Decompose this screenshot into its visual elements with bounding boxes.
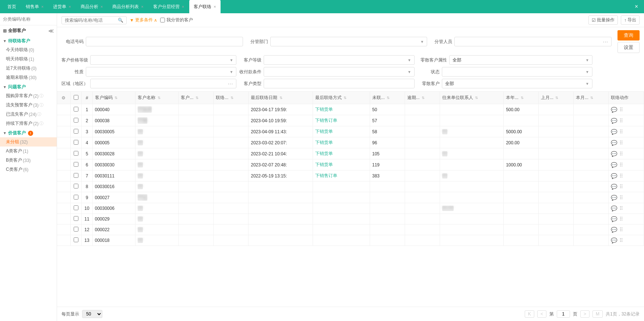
settings-col-header[interactable]: ⚙ xyxy=(57,92,70,104)
sidebar-item-churn-warning[interactable]: 流失预警客户(3)ⓘ xyxy=(0,100,57,110)
row-last-contact-method[interactable]: 下销货单 xyxy=(313,148,370,159)
more-icon[interactable]: ⠿ xyxy=(619,195,623,201)
page-input[interactable] xyxy=(557,310,570,318)
select-all-checkbox[interactable] xyxy=(74,95,78,100)
sidebar-item-ungrouped[interactable]: 未分组(32) xyxy=(0,137,57,147)
sidebar-item-overdue-pending[interactable]: 逾期未联络(30) xyxy=(0,73,57,82)
row-last-contact-method[interactable]: 下销货单 xyxy=(313,137,370,148)
customer-type-input[interactable] xyxy=(264,79,414,88)
row-checkbox[interactable] xyxy=(74,129,78,134)
row-checkbox[interactable] xyxy=(74,237,78,242)
search-button[interactable]: 查询 xyxy=(617,30,640,40)
close-product-list-tab[interactable]: × xyxy=(141,4,143,9)
chat-icon[interactable]: 💬 xyxy=(611,237,617,243)
close-sales-tab[interactable]: × xyxy=(41,4,43,9)
company-contact-col-header[interactable]: 往来单位联系人 ⇅ xyxy=(440,92,504,104)
close-product-analysis-tab[interactable]: × xyxy=(101,4,103,9)
search-icon[interactable]: 🔍 xyxy=(118,18,123,23)
sidebar-item-abnormal[interactable]: 囤购异常客户(2)ⓘ xyxy=(0,91,57,100)
sidebar-item-tomorrow-pending[interactable]: 明天待联络(1) xyxy=(0,54,57,64)
chat-icon[interactable]: 💬 xyxy=(611,129,617,135)
payment-select[interactable]: ▼ xyxy=(264,67,414,77)
row-checkbox[interactable] xyxy=(74,227,78,232)
tab-home[interactable]: 首页 xyxy=(3,0,21,13)
customer-level-select[interactable]: ▼ xyxy=(264,55,414,65)
tab-customer-contact[interactable]: 客户联络 × xyxy=(189,0,220,13)
more-icon[interactable]: ⠿ xyxy=(619,205,623,211)
more-icon[interactable]: ⠿ xyxy=(619,107,623,113)
prev-page-button[interactable]: < xyxy=(537,310,546,318)
first-page-button[interactable]: K xyxy=(525,310,534,318)
last-contact-method-col-header[interactable]: 最后联络方式 ⇅ xyxy=(313,92,370,104)
nature-select[interactable]: ▼ xyxy=(86,67,236,77)
row-last-contact-method[interactable] xyxy=(313,225,370,235)
last-contact-date-col-header[interactable]: 最后联络日期 ⇅ xyxy=(249,92,313,104)
tab-purchase[interactable]: 进货单 × xyxy=(49,0,75,13)
chat-icon[interactable]: 💬 xyxy=(611,205,617,211)
more-icon[interactable]: ⠿ xyxy=(619,162,623,168)
more-icon[interactable]: ⠿ xyxy=(619,129,623,135)
close-segment-tab[interactable]: × xyxy=(182,4,184,9)
close-purchase-tab[interactable]: × xyxy=(68,4,71,9)
row-last-contact-method[interactable] xyxy=(313,181,370,192)
row-checkbox[interactable] xyxy=(74,205,78,210)
reset-button[interactable]: 设置 xyxy=(617,42,640,53)
batch-op-button[interactable]: ☑ 批量操作 xyxy=(588,15,618,25)
more-icon[interactable]: ⠿ xyxy=(619,216,623,222)
row-last-contact-method[interactable]: 下销货单 xyxy=(313,126,370,137)
manager-input[interactable]: ··· xyxy=(454,37,612,46)
sidebar-item-b-class[interactable]: B类客户(33) xyxy=(0,156,57,165)
more-filters-button[interactable]: ▼ 更多条件 ∧ xyxy=(130,17,157,23)
this-month-col-header[interactable]: 本月... ⇅ xyxy=(574,92,609,104)
search-input[interactable] xyxy=(65,18,116,23)
checkbox-col-header[interactable] xyxy=(70,92,81,104)
row-checkbox[interactable] xyxy=(74,107,78,112)
dept-select[interactable]: ▼ xyxy=(270,37,427,46)
chat-icon[interactable]: 💬 xyxy=(611,195,617,201)
more-icon[interactable]: ⠿ xyxy=(619,184,623,190)
all-customers-header[interactable]: ⊞ 全部客户 ≪ xyxy=(0,25,57,36)
sidebar-item-declining[interactable]: 持续下滑客户(2)ⓘ xyxy=(0,119,57,128)
more-icon[interactable]: ⠿ xyxy=(619,151,623,157)
more-icon[interactable]: ⠿ xyxy=(619,118,623,124)
sidebar-search-input[interactable] xyxy=(3,17,57,22)
row-checkbox[interactable] xyxy=(74,216,78,221)
page-size-select[interactable]: 50 100 200 xyxy=(82,310,102,318)
collapse-icon[interactable]: ≪ xyxy=(48,28,54,34)
row-last-contact-method[interactable]: 下销售订单 xyxy=(313,170,370,181)
phone-input[interactable] xyxy=(86,37,243,46)
sidebar-item-today-pending[interactable]: 今天待联络(0) xyxy=(0,45,57,54)
row-last-contact-method[interactable] xyxy=(313,235,370,246)
chat-icon[interactable]: 💬 xyxy=(611,162,617,168)
tab-product-analysis-list[interactable]: 商品分析列表 × xyxy=(108,0,148,13)
price-level-select[interactable]: ▼ xyxy=(90,55,236,65)
sidebar-item-7days-pending[interactable]: 近7天待联络(0) xyxy=(0,64,57,73)
row-checkbox[interactable] xyxy=(74,162,78,167)
row-checkbox[interactable] xyxy=(74,151,78,156)
overdue-col-header[interactable]: 逾期... ⇅ xyxy=(405,92,440,104)
chat-icon[interactable]: 💬 xyxy=(611,173,617,179)
chat-icon[interactable]: 💬 xyxy=(611,140,617,146)
tab-product-analysis[interactable]: 商品分析 × xyxy=(76,0,107,13)
row-checkbox[interactable] xyxy=(74,184,78,188)
close-all-button[interactable]: × xyxy=(632,2,641,11)
row-last-contact-method[interactable]: 下销货单 xyxy=(313,104,370,115)
last-page-button[interactable]: M xyxy=(592,310,603,318)
more-icon[interactable]: ⠿ xyxy=(619,227,623,233)
status-select[interactable]: ▼ xyxy=(442,67,592,77)
this-year-col-header[interactable]: 本年... ⇅ xyxy=(504,92,539,104)
contact-col-header[interactable]: 联络... ⇅ xyxy=(214,92,249,104)
row-last-contact-method[interactable]: 下销货单 xyxy=(313,159,370,170)
chat-icon[interactable]: 💬 xyxy=(611,107,617,113)
more-icon[interactable]: ⠿ xyxy=(619,140,623,146)
region-input[interactable]: ··· xyxy=(90,79,236,88)
sidebar-item-a-class[interactable]: A类客户(1) xyxy=(0,147,57,156)
tab-sales[interactable]: 销售单 × xyxy=(21,0,48,13)
retail-attr-select[interactable]: 全部 ▼ xyxy=(449,55,592,65)
type-col-header[interactable]: 客户... ⇅ xyxy=(179,92,214,104)
chat-icon[interactable]: 💬 xyxy=(611,227,617,233)
row-checkbox[interactable] xyxy=(74,195,78,200)
tab-customer-segment[interactable]: 客户分层经营 × xyxy=(149,0,189,13)
export-button[interactable]: ↑ 导出 xyxy=(621,15,640,25)
last-month-col-header[interactable]: 上月... ⇅ xyxy=(539,92,574,104)
